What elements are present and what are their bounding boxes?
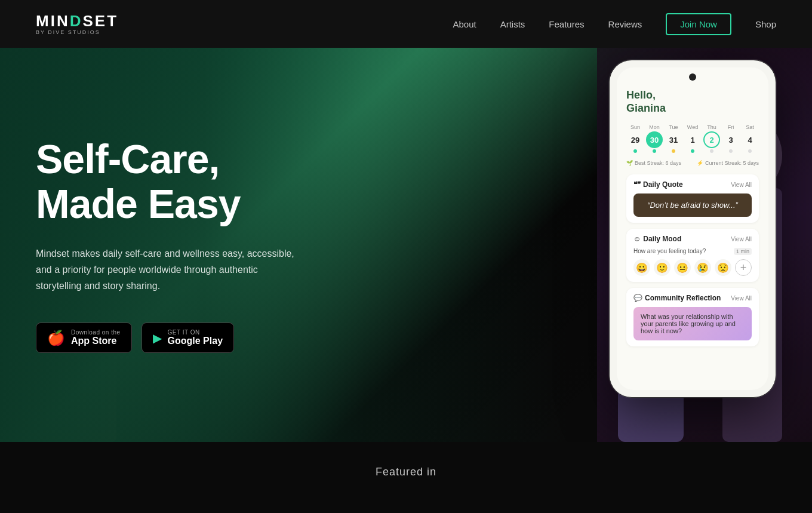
mood-emoji-slight-smile[interactable]: 🙂 xyxy=(654,259,670,276)
calendar-strip: Sun 29 Mon 30 Tue 31 xyxy=(626,124,759,153)
hero-description: Mindset makes daily self-care and wellne… xyxy=(36,245,299,294)
daily-mood-title: ☺ Daily Mood xyxy=(633,235,681,243)
nav-about[interactable]: About xyxy=(453,19,476,29)
nav-artists[interactable]: Artists xyxy=(500,19,525,29)
cal-dot-wed xyxy=(691,149,694,153)
cal-dot-sun xyxy=(633,149,637,153)
mood-emoji-happy[interactable]: 😀 xyxy=(633,259,650,276)
mood-more-button[interactable]: + xyxy=(735,259,752,276)
mood-emoji-neutral[interactable]: 😐 xyxy=(674,259,691,276)
hero-title-line2: Made Easy xyxy=(36,181,241,226)
google-play-text: GET IT ON Google Play xyxy=(168,329,223,346)
daily-quote-view-all[interactable]: View All xyxy=(731,182,752,188)
cal-day-sat: Sat 4 xyxy=(741,124,759,153)
best-streak: 🌱 Best Streak: 6 days xyxy=(626,160,681,166)
google-play-top-label: GET IT ON xyxy=(168,329,223,336)
current-streak: ⚡ Current Streak: 5 days xyxy=(697,160,759,166)
daily-mood-header: ☺ Daily Mood View All xyxy=(633,235,752,243)
google-play-bottom-label: Google Play xyxy=(168,336,223,346)
daily-mood-section: ☺ Daily Mood View All 1 min How are you … xyxy=(626,229,759,282)
logo: MINDSET BY DIVE STUDIOS xyxy=(36,13,118,35)
hero-title: Self-Care, Made Easy xyxy=(36,137,299,226)
google-play-button[interactable]: ▶ GET IT ON Google Play xyxy=(142,322,234,353)
cal-dot-tue xyxy=(672,149,675,153)
mood-question: 1 min How are you feeling today? xyxy=(633,248,752,254)
logo-highlight: D xyxy=(70,12,83,30)
apple-icon: 🍎 xyxy=(47,331,65,345)
cal-dot-mon xyxy=(653,149,656,153)
mood-emoji-worried[interactable]: 😟 xyxy=(715,259,731,276)
streak-row: 🌱 Best Streak: 6 days ⚡ Current Streak: … xyxy=(626,160,759,166)
community-view-all[interactable]: View All xyxy=(731,295,752,302)
logo-subtitle: BY DIVE STUDIOS xyxy=(36,30,118,35)
app-store-top-label: Download on the xyxy=(71,329,121,336)
greeting-line1: Hello, xyxy=(626,89,656,101)
cal-day-thu: Thu 2 xyxy=(703,124,721,153)
mood-emoji-row: 😀 🙂 😐 😢 😟 + xyxy=(633,259,752,276)
phone-outer: Hello, Gianina Sun 29 Mon 30 xyxy=(609,60,776,398)
greeting-line2: Gianina xyxy=(626,102,666,114)
hero-title-line1: Self-Care, xyxy=(36,136,219,182)
mood-emoji-sad[interactable]: 😢 xyxy=(694,259,711,276)
community-section: 💬 Community Reflection View All What was… xyxy=(626,288,759,346)
community-prompt-text: What was your relationship with your par… xyxy=(633,307,752,340)
quote-icon: ❝❞ xyxy=(633,180,641,189)
current-streak-icon: ⚡ xyxy=(697,160,703,166)
nav-join-now[interactable]: Join Now xyxy=(666,13,731,35)
phone-content: Hello, Gianina Sun 29 Mon 30 xyxy=(617,67,768,390)
community-header: 💬 Community Reflection View All xyxy=(633,294,752,302)
mood-time-badge: 1 min xyxy=(734,248,752,255)
community-icon: 💬 xyxy=(633,294,642,302)
phone-greeting: Hello, Gianina xyxy=(626,89,759,115)
phone-camera xyxy=(689,73,696,81)
daily-quote-header: ❝❞ Daily Quote View All xyxy=(633,180,752,189)
featured-section: Featured in xyxy=(0,442,812,490)
hero-section: Self-Care, Made Easy Mindset makes daily… xyxy=(0,48,812,442)
phone-mockup: Hello, Gianina Sun 29 Mon 30 xyxy=(609,60,776,398)
community-title: 💬 Community Reflection xyxy=(633,294,721,302)
nav-links: About Artists Features Reviews Join Now … xyxy=(453,13,776,35)
app-store-button[interactable]: 🍎 Download on the App Store xyxy=(36,322,132,353)
nav-features[interactable]: Features xyxy=(549,19,584,29)
daily-quote-title: ❝❞ Daily Quote xyxy=(633,180,683,189)
google-play-icon: ▶ xyxy=(153,332,162,344)
cal-day-tue: Tue 31 xyxy=(665,124,682,153)
app-download-buttons: 🍎 Download on the App Store ▶ GET IT ON … xyxy=(36,322,299,353)
quote-text: “Don’t be afraid to show...” xyxy=(633,193,752,217)
cal-day-mon: Mon 30 xyxy=(645,124,663,153)
mood-icon: ☺ xyxy=(633,235,641,243)
app-store-bottom-label: App Store xyxy=(71,336,121,346)
featured-title: Featured in xyxy=(36,466,776,478)
cal-dot-sat xyxy=(748,149,752,153)
logo-text: MINDSET xyxy=(36,13,118,29)
cal-day-wed: Wed 1 xyxy=(684,124,702,153)
app-store-text: Download on the App Store xyxy=(71,329,121,346)
hero-content: Self-Care, Made Easy Mindset makes daily… xyxy=(0,137,334,353)
best-streak-icon: 🌱 xyxy=(626,160,633,166)
daily-quote-section: ❝❞ Daily Quote View All “Don’t be afraid… xyxy=(626,174,759,223)
phone-screen: Hello, Gianina Sun 29 Mon 30 xyxy=(617,67,768,390)
cal-day-sun: Sun 29 xyxy=(626,124,644,153)
nav-reviews[interactable]: Reviews xyxy=(608,19,642,29)
navigation: MINDSET BY DIVE STUDIOS About Artists Fe… xyxy=(0,0,812,48)
cal-dot-fri xyxy=(729,149,733,153)
cal-day-fri: Fri 3 xyxy=(722,124,740,153)
nav-shop[interactable]: Shop xyxy=(755,19,776,29)
cal-dot-thu xyxy=(710,149,713,153)
daily-mood-view-all[interactable]: View All xyxy=(731,236,752,242)
